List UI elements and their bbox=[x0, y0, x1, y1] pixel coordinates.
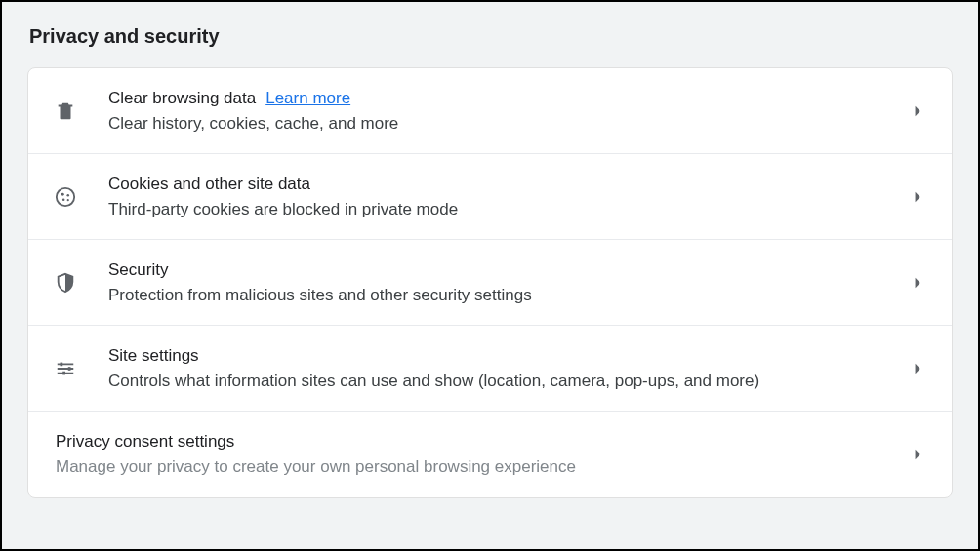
row-subtitle: Controls what information sites can use … bbox=[108, 372, 909, 391]
svg-rect-10 bbox=[62, 371, 65, 374]
shield-icon bbox=[52, 269, 79, 296]
sliders-icon bbox=[52, 355, 79, 382]
row-subtitle: Protection from malicious sites and othe… bbox=[108, 286, 909, 305]
chevron-right-icon bbox=[909, 445, 928, 464]
trash-icon bbox=[52, 98, 79, 125]
svg-point-1 bbox=[61, 192, 64, 195]
row-title: Clear browsing data bbox=[108, 89, 256, 108]
chevron-right-icon bbox=[909, 187, 928, 207]
row-privacy-consent[interactable]: Privacy consent settings Manage your pri… bbox=[28, 412, 952, 497]
row-title: Privacy consent settings bbox=[56, 432, 909, 452]
settings-card: Clear browsing data Learn more Clear his… bbox=[27, 67, 953, 498]
row-security[interactable]: Security Protection from malicious sites… bbox=[28, 240, 952, 326]
svg-point-0 bbox=[57, 187, 74, 205]
row-title: Site settings bbox=[108, 346, 909, 366]
privacy-security-panel: Privacy and security Clear browsing data… bbox=[2, 2, 978, 498]
row-clear-browsing-data[interactable]: Clear browsing data Learn more Clear his… bbox=[28, 68, 952, 154]
svg-point-2 bbox=[66, 193, 69, 196]
row-title: Cookies and other site data bbox=[108, 175, 909, 194]
learn-more-link[interactable]: Learn more bbox=[265, 89, 350, 108]
chevron-right-icon bbox=[909, 101, 928, 121]
row-cookies[interactable]: Cookies and other site data Third-party … bbox=[28, 154, 952, 240]
svg-rect-8 bbox=[61, 362, 63, 366]
row-subtitle: Manage your privacy to create your own p… bbox=[56, 457, 909, 477]
svg-point-4 bbox=[67, 199, 69, 201]
row-site-settings[interactable]: Site settings Controls what information … bbox=[28, 326, 952, 412]
row-subtitle: Third-party cookies are blocked in priva… bbox=[108, 200, 909, 219]
cookie-icon bbox=[52, 183, 79, 211]
chevron-right-icon bbox=[909, 273, 928, 293]
svg-rect-9 bbox=[68, 367, 71, 371]
row-title: Security bbox=[108, 260, 909, 280]
chevron-right-icon bbox=[909, 359, 928, 378]
svg-point-3 bbox=[62, 198, 65, 201]
row-subtitle: Clear history, cookies, cache, and more bbox=[108, 114, 909, 134]
page-title: Privacy and security bbox=[2, 25, 978, 67]
